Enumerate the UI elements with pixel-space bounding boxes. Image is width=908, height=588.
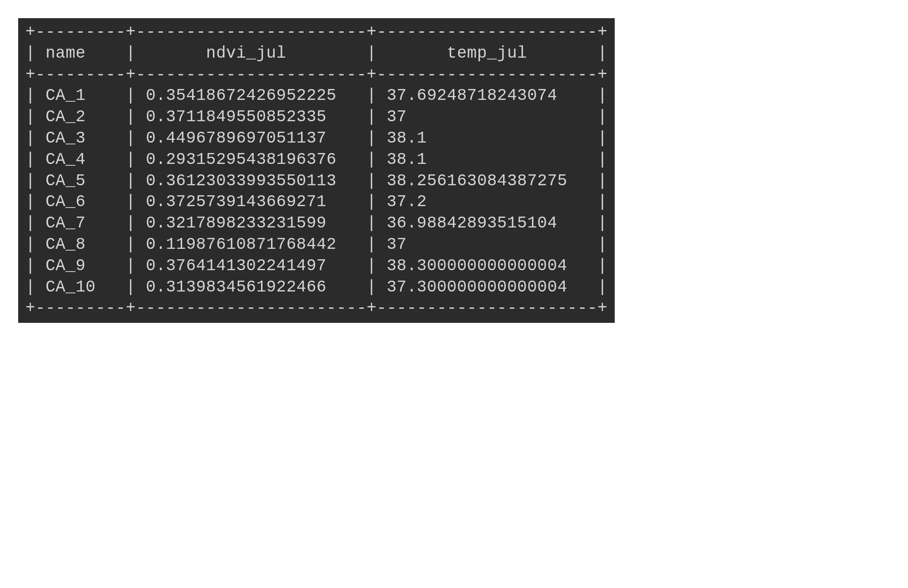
terminal-output: +---------+-----------------------+-----… [18, 18, 615, 323]
ascii-table: +---------+-----------------------+-----… [25, 23, 607, 317]
